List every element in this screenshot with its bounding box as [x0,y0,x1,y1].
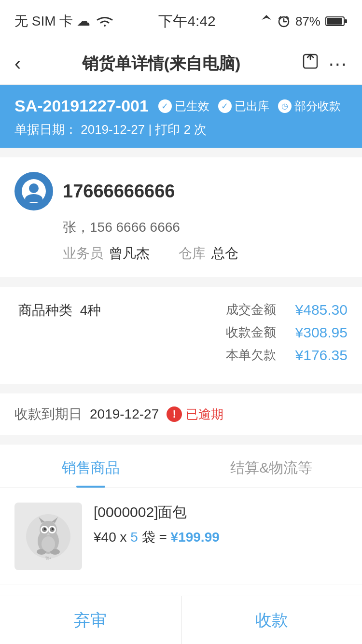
product-price-1: ¥40 [94,530,116,545]
badge-shipped: ✓ 已出库 [218,98,269,114]
product-qty-1: 5 [130,530,138,545]
tab-sales-products[interactable]: 销售商品 [0,445,181,488]
amount-label: 成交金额 [226,301,276,318]
summary-right: 成交金额 ¥485.30 收款金额 ¥308.95 本单欠款 ¥176.35 [226,301,348,369]
customer-name: 张，156 6666 6666 [14,218,348,237]
badge-label-1: 已生效 [175,98,209,114]
product-price-row-1: ¥40 x 5 袋 = ¥199.99 [94,528,348,546]
due-section: 收款到期日 2019-12-27 ! 已逾期 [0,393,362,435]
overdue-text: 已逾期 [186,406,223,423]
kind-label: 商品种类 [18,303,72,318]
due-date-value: 2019-12-27 [90,406,159,422]
warehouse-label: 仓库 [179,244,206,263]
svg-point-26 [42,536,55,552]
product-kinds: 商品种类 4种 [14,301,101,320]
confirm-button[interactable]: 收款 [181,596,362,644]
print-info: | 打印 2 次 [148,122,207,137]
signal-text: 无 SIM 卡 ☁ [14,12,90,30]
badge-label-3: 部分收款 [294,98,341,114]
svg-rect-6 [327,18,342,25]
debt-value: ¥176.35 [295,347,348,364]
sales-meta: 业务员 曾凡杰 [63,244,150,263]
more-button[interactable]: ··· [329,53,348,74]
warehouse-value: 总仓 [211,244,238,263]
check-icon-1: ✓ [158,99,172,113]
customer-id: 17666666666 [63,181,175,202]
kind-value: 4种 [80,303,101,318]
product-item: 鸮+ [0000002]面包 ¥40 x 5 袋 = ¥199.99 [0,488,362,585]
cancel-button[interactable]: 弃审 [0,596,181,644]
wifi-icon [96,15,113,28]
amount-row: 成交金额 ¥485.30 [226,301,348,318]
bottom-bar: 弃审 收款 [0,596,362,644]
badge-effective: ✓ 已生效 [158,98,209,114]
order-id: SA-20191227-001 [14,97,149,115]
tab-label-1: 销售商品 [62,460,120,476]
order-date: 单据日期： 2019-12-27 | 打印 2 次 [14,121,348,138]
svg-rect-7 [345,19,347,23]
tabs-row: 销售商品 结算&物流等 [0,445,362,488]
status-left: 无 SIM 卡 ☁ [14,12,113,30]
location-icon [261,14,272,28]
nav-actions: ··· [302,53,348,74]
product-unit-1: 袋 [142,530,155,545]
back-button[interactable]: ‹ [14,53,21,74]
sales-value: 曾凡杰 [109,244,150,263]
page-title: 销货单详情(来自电脑) [82,53,241,75]
status-bar: 无 SIM 卡 ☁ 下午4:42 87% [0,0,362,42]
debt-row: 本单欠款 ¥176.35 [226,347,348,364]
amount-value: ¥485.30 [295,302,348,318]
battery-icon [325,15,348,27]
tab-settlement[interactable]: 结算&物流等 [181,445,362,488]
avatar-icon [22,179,46,203]
nav-bar: ‹ 销货单详情(来自电脑) ··· [0,42,362,85]
debt-label: 本单欠款 [226,347,276,364]
due-label: 收款到期日 [14,405,82,423]
paid-row: 收款金额 ¥308.95 [226,324,348,341]
svg-point-22 [52,528,54,530]
svg-point-11 [25,194,42,202]
battery-text: 87% [295,14,320,29]
svg-text:鸮+: 鸮+ [45,556,52,560]
customer-section: 17666666666 张，156 6666 6666 业务员 曾凡杰 仓库 总… [0,157,362,277]
order-header: SA-20191227-001 ✓ 已生效 ✓ 已出库 ◷ 部分收款 单据日期：… [0,85,362,148]
avatar [14,172,53,210]
customer-meta: 业务员 曾凡杰 仓库 总仓 [14,244,348,263]
product-thumbnail-1: 鸮+ [14,503,82,570]
overdue-badge: ! 已逾期 [167,406,223,423]
status-time: 下午4:42 [158,12,215,31]
summary-left: 商品种类 4种 [14,301,101,320]
share-button[interactable] [302,53,319,74]
paid-label: 收款金额 [226,324,276,341]
product-equals-1: = [159,530,170,545]
status-badges: ✓ 已生效 ✓ 已出库 ◷ 部分收款 [158,98,341,114]
product-name-1: [0000002]面包 [94,503,348,522]
confirm-label: 收款 [255,609,288,631]
summary-section: 商品种类 4种 成交金额 ¥485.30 收款金额 ¥308.95 本单欠款 ¥… [0,287,362,384]
check-icon-2: ✓ [218,99,232,113]
product-thumb-placeholder: 鸮+ [24,512,72,560]
cancel-label: 弃审 [74,609,107,631]
paid-value: ¥308.95 [295,324,348,341]
badge-label-2: 已出库 [235,98,269,114]
overdue-icon: ! [167,406,182,422]
alarm-icon [277,14,291,28]
date-value: 2019-12-27 [81,122,145,137]
product-total-1: ¥199.99 [171,530,220,545]
product-multiply-1: x [120,530,131,545]
date-label: 单据日期： [14,122,77,137]
sales-label: 业务员 [63,244,103,263]
svg-point-10 [29,183,39,193]
product-info-1: [0000002]面包 ¥40 x 5 袋 = ¥199.99 [94,503,348,546]
tab-label-2: 结算&物流等 [230,460,312,476]
clock-icon: ◷ [278,99,292,113]
warehouse-meta: 仓库 总仓 [179,244,238,263]
badge-partial: ◷ 部分收款 [278,98,341,114]
svg-point-21 [44,528,46,530]
tabs-section: 销售商品 结算&物流等 [0,445,362,488]
status-right: 87% [261,14,348,29]
